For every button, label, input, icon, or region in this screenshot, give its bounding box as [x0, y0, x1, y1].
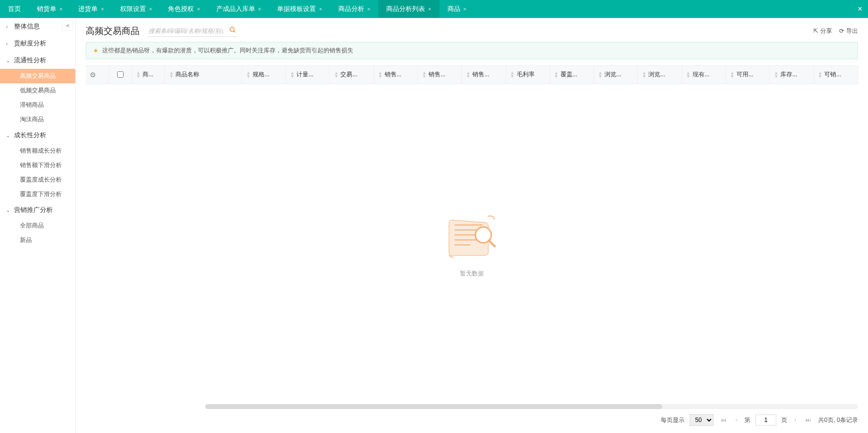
sort-icon: ▲▼	[510, 71, 515, 78]
page-summary: 共0页, 0条记录	[818, 416, 858, 425]
th-label: 毛利率	[517, 70, 535, 79]
tab-label: 进货单	[78, 4, 98, 13]
scrollbar-thumb[interactable]	[205, 404, 662, 409]
sort-icon: ▲▼	[334, 71, 338, 78]
tab-label: 角色授权	[168, 4, 194, 13]
th-col[interactable]: ▲▼交易...	[330, 66, 374, 84]
table-header-row: ⚙ ▲▼商... ▲▼商品名称 ▲▼规格... ▲▼计量... ▲▼交易... …	[86, 66, 858, 84]
th-col[interactable]: ▲▼浏览...	[594, 66, 638, 84]
tab-template-settings[interactable]: 单据模板设置×	[269, 0, 330, 18]
sidebar-item-obsolete[interactable]: 淘汰商品	[0, 112, 75, 127]
chevron-right-icon: ›	[6, 41, 11, 46]
horizontal-scrollbar[interactable]	[205, 404, 858, 409]
tab-product[interactable]: 商品×	[439, 0, 474, 18]
search-icon[interactable]	[229, 26, 236, 35]
close-icon[interactable]: ×	[258, 6, 261, 12]
svg-line-3	[489, 240, 495, 246]
export-button[interactable]: ⟳ 导出	[839, 27, 858, 35]
empty-text: 暂无数据	[460, 269, 484, 278]
sidebar-item-high-freq[interactable]: 高频交易商品	[0, 69, 75, 83]
th-col[interactable]: ▲▼规格...	[242, 66, 286, 84]
sidebar-item-sales-decline[interactable]: 销售额下滑分析	[0, 158, 75, 173]
th-label: 库存...	[780, 70, 797, 79]
last-page-button[interactable]: ⏭	[803, 417, 813, 424]
page-number-input[interactable]	[755, 415, 776, 426]
tab-role-auth[interactable]: 角色授权×	[160, 0, 208, 18]
tab-label: 商品分析列表	[386, 4, 425, 13]
search-box	[147, 25, 237, 37]
th-col[interactable]: ▲▼覆盖...	[550, 66, 593, 84]
th-col[interactable]: ▲▼库存...	[770, 66, 814, 84]
sort-icon: ▲▼	[598, 71, 602, 78]
th-col[interactable]: ▲▼现有...	[682, 66, 725, 84]
th-col[interactable]: ▲▼商...	[132, 66, 165, 84]
sort-icon: ▲▼	[136, 71, 141, 78]
next-page-button[interactable]: ›	[792, 417, 798, 424]
th-col[interactable]: ▲▼毛利率	[506, 66, 550, 84]
sort-icon: ▲▼	[422, 71, 427, 78]
sidebar-group-marketing[interactable]: ⌄营销推广分析	[0, 202, 75, 218]
close-icon[interactable]: ×	[59, 6, 62, 12]
gear-icon[interactable]: ⚙	[90, 71, 96, 79]
sidebar-collapse-button[interactable]: «	[62, 20, 73, 31]
th-label: 可销...	[824, 70, 841, 79]
th-col[interactable]: ▲▼销售...	[374, 66, 418, 84]
sidebar-item-sales-growth[interactable]: 销售额成长分析	[0, 144, 75, 158]
tab-label: 商品分析	[338, 4, 364, 13]
sidebar-group-liquidity[interactable]: ⌄流通性分析	[0, 52, 75, 69]
select-all-checkbox[interactable]	[117, 71, 124, 78]
share-button[interactable]: ⇱ 分享	[813, 27, 832, 35]
close-icon[interactable]: ×	[149, 6, 152, 12]
tab-home[interactable]: 首页	[0, 0, 29, 18]
th-col[interactable]: ▲▼可销...	[814, 66, 858, 84]
export-label: 导出	[846, 27, 858, 35]
tab-label: 首页	[8, 4, 21, 13]
top-tab-bar: 首页 销货单× 进货单× 权限设置× 角色授权× 产成品入库单× 单据模板设置×…	[0, 0, 868, 18]
close-icon[interactable]: ×	[428, 6, 431, 12]
chevron-down-icon: ⌄	[6, 208, 11, 213]
th-col[interactable]: ▲▼计量...	[286, 66, 330, 84]
tab-permission-settings[interactable]: 权限设置×	[112, 0, 160, 18]
close-icon[interactable]: ×	[197, 6, 200, 12]
th-col[interactable]: ▲▼可用...	[725, 66, 769, 84]
th-settings: ⚙	[86, 66, 109, 84]
tab-purchase-order[interactable]: 进货单×	[70, 0, 112, 18]
th-col[interactable]: ▲▼浏览...	[638, 66, 682, 84]
th-col[interactable]: ▲▼销售...	[462, 66, 506, 84]
sidebar-item-coverage-growth[interactable]: 覆盖度成长分析	[0, 173, 75, 187]
tab-sales-order[interactable]: 销货单×	[29, 0, 70, 18]
sidebar: « ›整体信息 ›贡献度分析 ⌄流通性分析 高频交易商品 低频交易商品 滞销商品…	[0, 18, 76, 433]
sidebar-item-coverage-decline[interactable]: 覆盖度下滑分析	[0, 187, 75, 202]
close-icon[interactable]: ×	[319, 6, 322, 12]
first-page-button[interactable]: ⏮	[719, 417, 728, 424]
sidebar-item-new-products[interactable]: 新品	[0, 233, 75, 247]
data-table: ⚙ ▲▼商... ▲▼商品名称 ▲▼规格... ▲▼计量... ▲▼交易... …	[86, 66, 858, 84]
tip-banner: ✷ 这些都是热销品呀，有爆款的潜质，可以积极推广。同时关注库存，避免缺货而引起的…	[86, 42, 858, 59]
sidebar-group-contribution[interactable]: ›贡献度分析	[0, 35, 75, 52]
search-input[interactable]	[147, 25, 237, 37]
prev-page-button[interactable]: ‹	[733, 417, 739, 424]
th-col[interactable]: ▲▼商品名称	[165, 66, 242, 84]
th-label: 现有...	[693, 70, 710, 79]
sidebar-item-all-products[interactable]: 全部商品	[0, 218, 75, 233]
close-icon[interactable]: ×	[463, 6, 466, 12]
close-all-icon[interactable]: ×	[852, 0, 868, 18]
per-page-select[interactable]: 50	[690, 414, 714, 426]
close-icon[interactable]: ×	[367, 6, 370, 12]
tab-finished-goods[interactable]: 产成品入库单×	[208, 0, 269, 18]
chevron-right-icon: ›	[6, 24, 11, 29]
th-label: 浏览...	[604, 70, 621, 79]
sort-icon: ▲▼	[466, 71, 470, 78]
sidebar-item-slow-moving[interactable]: 滞销商品	[0, 98, 75, 112]
close-icon[interactable]: ×	[101, 6, 104, 12]
th-checkbox	[109, 66, 132, 84]
svg-line-1	[234, 30, 235, 32]
tab-product-analysis[interactable]: 商品分析×	[330, 0, 378, 18]
tab-product-analysis-list[interactable]: 商品分析列表×	[378, 0, 439, 18]
th-col[interactable]: ▲▼销售...	[418, 66, 462, 84]
tip-text: 这些都是热销品呀，有爆款的潜质，可以积极推广。同时关注库存，避免缺货而引起的销售…	[102, 46, 353, 55]
sidebar-item-low-freq[interactable]: 低频交易商品	[0, 83, 75, 98]
sidebar-group-growth[interactable]: ⌄成长性分析	[0, 127, 75, 144]
th-label: 销售...	[472, 70, 489, 79]
sidebar-group-label: 贡献度分析	[14, 39, 46, 48]
